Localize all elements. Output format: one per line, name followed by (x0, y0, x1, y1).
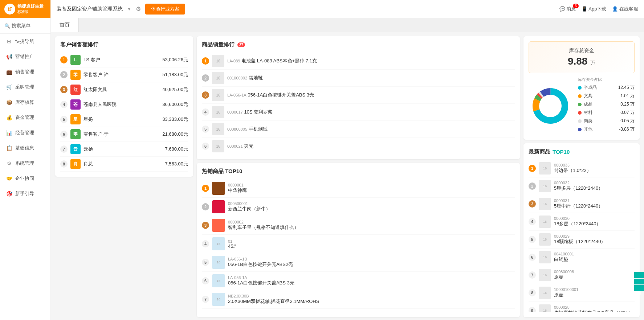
hot-thumb (212, 219, 225, 232)
service-label: 在线客服 (619, 6, 638, 12)
nav-label-finance: 资金管理 (15, 114, 34, 121)
rank-avatar: 苍 (70, 99, 81, 110)
customer-ranking-title: 客户销售额排行 (60, 41, 188, 48)
sidebar-item-inventory[interactable]: 📦库存核算 (0, 95, 50, 110)
legend-label: 肉类 (584, 118, 592, 124)
app-download[interactable]: 📱 App下载 (582, 6, 606, 12)
system-name: 装备及固定资产辅助管理系统 (57, 6, 123, 12)
new-product-thumb: 16 (539, 162, 551, 175)
direct-line-btn[interactable]: 直播 (634, 285, 644, 291)
system-dropdown-icon[interactable]: ▼ (127, 7, 131, 12)
rank-number: 1 (202, 185, 209, 192)
rank-item: 1 L LS 客户 53,006.26元 (60, 53, 188, 67)
gear-icon[interactable]: ⚙ (136, 5, 141, 12)
sidebar-item-base-info[interactable]: 📋基础信息 (0, 140, 50, 156)
rank-product-info: 0000021 夹壳 (227, 143, 515, 149)
hot-product-name: 45# (228, 243, 515, 249)
rank-number: 2 (202, 74, 209, 82)
rank-avatar: 零 (70, 129, 81, 139)
new-product-item: 2 16 0000032 5厘多层（1220*2440） (529, 177, 635, 195)
nav-label-operations: 经营管理 (15, 130, 34, 136)
nav-icon-finance: 💰 (6, 114, 12, 121)
inventory-card: 库存总资金 9.88 万 库存资金占比 半成品 12.45 万 文具 1 (523, 36, 640, 140)
new-product-item: 3 16 0000031 5厘中纤（1220*2440） (529, 195, 635, 213)
service-icon: 👤 (612, 6, 618, 12)
sidebar-item-sales[interactable]: 💼销售管理 (0, 64, 50, 79)
inventory-label: 库存总资金 (535, 48, 628, 54)
hot-product-name: 2.0X30MM双搓花轴,搓花直径2.1MM/ROHS (228, 298, 515, 305)
sidebar-item-sys-mgmt[interactable]: ⚙系统管理 (0, 156, 50, 171)
nav-label-inventory: 库存核算 (15, 99, 34, 106)
inventory-unit: 万 (590, 60, 595, 66)
search-menu-btn[interactable]: 🔍 搜索菜单 (4, 21, 46, 30)
donut-legend: 库存资金占比 半成品 12.45 万 文具 1.01 万 成品 0.25 万 材… (578, 77, 635, 135)
rank-number: 4 (529, 218, 536, 225)
new-product-info: 0000032 5厘多层（1220*2440） (554, 181, 635, 192)
rank-number: 7 (529, 271, 536, 279)
tab-home[interactable]: 首页 (51, 18, 79, 32)
nav-icon-sys-mgmt: ⚙ (6, 160, 12, 167)
rank-number: 3 (529, 200, 536, 208)
rank-customer-name: 零售客户·于 (83, 131, 159, 138)
sidebar-nav: ⊞快捷导航📢营销推广💼销售管理🛒采购管理📦库存核算💰资金管理📊经营管理📋基础信息… (0, 34, 50, 201)
rank-avatar: 肖 (70, 159, 81, 169)
message-badge-container[interactable]: 💬 消息 6 (559, 6, 576, 12)
new-product-name: 原壶 (554, 292, 635, 298)
customer-ranking-card: 客户销售额排行 1 L LS 客户 53,006.26元 2 零 零售客户·许 … (55, 36, 193, 177)
rank-customer-value: 40,925.00元 (162, 86, 188, 93)
sidebar-item-marketing[interactable]: 📢营销推广 (0, 49, 50, 64)
product-ranking-label: 商品销量排行 (202, 41, 235, 48)
legend-dot (578, 94, 582, 98)
cs-hotline-btn[interactable]: 客服热线 (634, 272, 644, 278)
rank-product-info: LA-056-1A 056-1A白色按键开关盖ABS 3壳 (227, 92, 515, 98)
rank-product-info: LA-089 电池盖 LA-089 ABS本色+黑种 7.1克 (227, 58, 515, 64)
new-product-item: 9 16 0000028 体彬嘉枝味苏打饮品400毫升（1*15） (529, 302, 635, 312)
hot-product-code: LA-056-1B (228, 257, 515, 261)
inventory-total: 库存总资金 9.88 万 (529, 41, 635, 73)
new-product-item: 4 16 0000030 18多层（1220*2440） (529, 213, 635, 231)
search-menu-label: 搜索菜单 (12, 22, 30, 29)
logo-subtitle: 标准版 (17, 9, 44, 15)
sidebar-item-corp-collab[interactable]: 🤝企业协同 (0, 171, 50, 186)
rank-number: 9 (529, 307, 536, 312)
new-product-name: 5厘中纤（1220*2440） (554, 203, 635, 209)
sidebar-item-operations[interactable]: 📊经营管理 (0, 125, 50, 140)
legend-title: 库存资金占比 (578, 77, 635, 82)
hot-thumb: 16 (212, 256, 225, 269)
donut-chart (529, 84, 572, 128)
hot-product-info: NB2.0X30B 2.0X30MM双搓花轴,搓花直径2.1MM/ROHS (228, 294, 515, 305)
rank-number: 1 (60, 56, 68, 63)
page-content: 客户销售额排行 1 L LS 客户 53,006.26元 2 零 零售客户·许 … (51, 32, 644, 320)
hot-product-name: 056-1A白色按键开关盖ABS 3壳 (228, 280, 515, 286)
message-icon: 💬 (559, 6, 565, 12)
rank-avatar: 星 (70, 114, 81, 124)
logo-icon: 好 (4, 4, 15, 15)
rank-number: 5 (529, 236, 536, 243)
sidebar-item-quick-nav[interactable]: ⊞快捷导航 (0, 34, 50, 49)
sidebar-item-finance[interactable]: 💰资金管理 (0, 110, 50, 125)
rank-avatar: L (70, 55, 81, 65)
nav-icon-inventory: 📦 (6, 99, 12, 106)
new-product-name: 原壶 (554, 274, 635, 280)
rank-item: 7 云 云扬 7,680.00元 (60, 142, 188, 157)
sidebar-item-new-guide[interactable]: 🎯新手引导 (0, 186, 50, 201)
rank-number: 2 (60, 71, 68, 78)
message-count: 6 (573, 4, 579, 8)
new-product-code: 0000028 (554, 305, 635, 309)
sidebar-item-purchase[interactable]: 🛒采购管理 (0, 79, 50, 95)
legend-dot (578, 86, 582, 90)
service-community-btn[interactable]: 服务社区 (634, 279, 644, 284)
online-service[interactable]: 👤 在线客服 (612, 6, 638, 12)
rank-number: 2 (529, 182, 536, 190)
hot-product-item: 8 16 0000011 12070519-xs (202, 309, 515, 310)
new-product-name: 白钢垫 (554, 256, 635, 263)
new-product-item: 7 16 000800008 原壶 (529, 266, 635, 284)
rank-number: 1 (529, 165, 536, 172)
rank-number: 5 (202, 259, 209, 266)
nav-label-sales: 销售管理 (15, 69, 34, 75)
legend-item: 肉类 -0.05 万 (578, 118, 635, 124)
trial-btn[interactable]: 体验行业方案 (145, 4, 185, 15)
rank-number: 6 (60, 131, 68, 138)
new-product-info: 004100001 白钢垫 (554, 252, 635, 263)
rank-item: 3 红 红太阳文具 40,925.00元 (60, 82, 188, 97)
